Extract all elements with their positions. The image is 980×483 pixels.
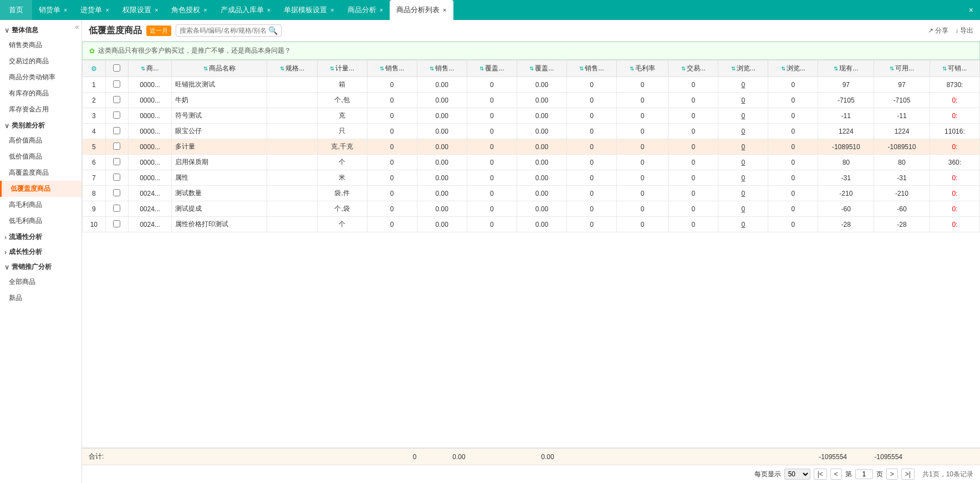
- table-row[interactable]: 3 0000... 符号测试 克 0 0.00 0 0.00 0 0 0 0 0…: [83, 108, 980, 124]
- sidebar-item-low-profit[interactable]: 低毛利商品: [0, 213, 81, 229]
- sidebar-item-traded-products[interactable]: 交易过的商品: [0, 53, 81, 69]
- nav-tab-roles[interactable]: 角色授权 ×: [165, 0, 213, 20]
- close-templates-icon[interactable]: ×: [330, 7, 334, 13]
- close-sales-icon[interactable]: ×: [64, 7, 67, 13]
- col-browse-b[interactable]: ⇅浏览...: [768, 60, 818, 77]
- col-trade[interactable]: ⇅交易...: [668, 60, 718, 77]
- sidebar-item-high-coverage[interactable]: 高覆盖度商品: [0, 165, 81, 181]
- cell-browse-a[interactable]: 0: [718, 155, 768, 170]
- col-name[interactable]: ⇅商品名称: [172, 60, 267, 77]
- col-sales-c[interactable]: ⇅销售...: [566, 60, 616, 77]
- cell-browse-a[interactable]: 0: [718, 201, 768, 217]
- sidebar-item-turnover-rate[interactable]: 商品分类动销率: [0, 69, 81, 85]
- col-current[interactable]: ⇅现有...: [818, 60, 874, 77]
- export-button[interactable]: ↓ 导出: [955, 26, 973, 35]
- cell-checkbox[interactable]: [105, 93, 128, 108]
- sidebar-section-growth[interactable]: › 成长性分析: [0, 244, 81, 259]
- cell-checkbox[interactable]: [105, 186, 128, 201]
- close-analysis-list-icon[interactable]: ×: [443, 7, 446, 13]
- table-row[interactable]: 7 0000... 属性 米 0 0.00 0 0.00 0 0 0 0 0 -…: [83, 170, 980, 186]
- sidebar-section-marketing[interactable]: ∨ 营销推广分析: [0, 259, 81, 274]
- sidebar-section-overall[interactable]: ∨ 整体信息: [0, 22, 81, 37]
- nav-tab-purchase[interactable]: 进货单 ×: [74, 0, 115, 20]
- col-code[interactable]: ⇅商...: [128, 60, 172, 77]
- col-sales-qty[interactable]: ⇅销售...: [367, 60, 417, 77]
- sidebar-item-high-profit[interactable]: 高毛利商品: [0, 197, 81, 213]
- sidebar-item-all-products[interactable]: 全部商品: [0, 274, 81, 290]
- cell-browse-a[interactable]: 0: [718, 124, 768, 139]
- share-button[interactable]: ↗ 分享: [928, 26, 948, 35]
- cell-checkbox[interactable]: [105, 155, 128, 170]
- table-row[interactable]: 5 0000... 多计量 克,千克 0 0.00 0 0.00 0 0 0 0…: [83, 139, 980, 155]
- table-row[interactable]: 8 0024... 测试数量 袋,件 0 0.00 0 0.00 0 0 0 0…: [83, 186, 980, 201]
- prev-page-button[interactable]: <: [830, 469, 842, 480]
- row-checkbox[interactable]: [113, 111, 120, 119]
- sidebar-item-in-stock[interactable]: 有库存的商品: [0, 85, 81, 101]
- close-roles-icon[interactable]: ×: [203, 7, 207, 13]
- nav-tab-analysis-list[interactable]: 商品分析列表 ×: [390, 0, 453, 20]
- sidebar-section-value[interactable]: ∨ 类别差分析: [0, 118, 81, 133]
- sidebar-item-low-coverage[interactable]: 低覆盖度商品: [0, 181, 81, 197]
- cell-checkbox[interactable]: [105, 139, 128, 155]
- cell-browse-a[interactable]: 0: [718, 108, 768, 124]
- col-available[interactable]: ⇅可用...: [874, 60, 930, 77]
- nav-tab-templates[interactable]: 单据模板设置 ×: [277, 0, 340, 20]
- sidebar-item-new-products[interactable]: 新品: [0, 290, 81, 306]
- row-checkbox[interactable]: [113, 189, 120, 196]
- cell-checkbox[interactable]: [105, 124, 128, 139]
- settings-icon[interactable]: ⚙: [91, 65, 97, 73]
- row-checkbox[interactable]: [113, 174, 120, 181]
- col-coverage-b[interactable]: ⇅覆盖...: [517, 60, 566, 77]
- row-checkbox[interactable]: [113, 143, 120, 150]
- cell-checkbox[interactable]: [105, 77, 128, 93]
- cell-browse-a[interactable]: 0: [718, 170, 768, 186]
- sidebar-item-capital-ratio[interactable]: 库存资金占用: [0, 101, 81, 118]
- col-sellable[interactable]: ⇅可销...: [930, 60, 979, 77]
- row-checkbox[interactable]: [113, 96, 120, 103]
- col-spec[interactable]: ⇅规格...: [267, 60, 317, 77]
- table-row[interactable]: 10 0024... 属性价格打印测试 个 0 0.00 0 0.00 0 0 …: [83, 217, 980, 232]
- nav-tab-analysis[interactable]: 商品分析 ×: [341, 0, 390, 20]
- page-input[interactable]: [855, 469, 873, 479]
- cell-browse-a[interactable]: 0: [718, 77, 768, 93]
- close-permissions-icon[interactable]: ×: [155, 7, 158, 13]
- cell-checkbox[interactable]: [105, 201, 128, 217]
- cell-browse-a[interactable]: 0: [718, 186, 768, 201]
- col-coverage-a[interactable]: ⇅覆盖...: [467, 60, 517, 77]
- row-checkbox[interactable]: [113, 158, 120, 165]
- nav-tab-products[interactable]: 产成品入库单 ×: [214, 0, 277, 20]
- cell-checkbox[interactable]: [105, 108, 128, 124]
- nav-tab-home[interactable]: 首页: [0, 0, 32, 20]
- cell-checkbox[interactable]: [105, 217, 128, 232]
- sidebar-section-flow[interactable]: › 流通性分析: [0, 229, 81, 244]
- per-page-select[interactable]: 50 20 100 200: [784, 469, 810, 480]
- last-page-button[interactable]: >|: [901, 469, 915, 480]
- next-page-button[interactable]: >: [886, 469, 898, 480]
- col-gross-rate[interactable]: ⇅毛利率: [617, 60, 668, 77]
- close-analysis-icon[interactable]: ×: [380, 7, 383, 13]
- nav-tab-permissions[interactable]: 权限设置 ×: [116, 0, 165, 20]
- table-row[interactable]: 4 0000... 眼宝公仔 只 0 0.00 0 0.00 0 0 0 0 0…: [83, 124, 980, 139]
- col-unit[interactable]: ⇅计量...: [317, 60, 367, 77]
- search-icon[interactable]: 🔍: [268, 26, 278, 35]
- table-row[interactable]: 1 0000... 旺铺批次测试 箱 0 0.00 0 0.00 0 0 0 0…: [83, 77, 980, 93]
- col-sales-amt[interactable]: ⇅销售...: [417, 60, 467, 77]
- sidebar-item-sales-products[interactable]: 销售类商品: [0, 37, 81, 53]
- row-checkbox[interactable]: [113, 127, 120, 134]
- row-checkbox[interactable]: [113, 80, 120, 88]
- close-products-icon[interactable]: ×: [267, 7, 270, 13]
- search-input[interactable]: [180, 27, 268, 34]
- close-all-button[interactable]: ×: [967, 3, 976, 17]
- cell-browse-a[interactable]: 0: [718, 217, 768, 232]
- table-row[interactable]: 2 0000... 牛奶 个,包 0 0.00 0 0.00 0 0 0 0 0…: [83, 93, 980, 108]
- time-badge[interactable]: 近一月: [146, 26, 171, 36]
- table-row[interactable]: 9 0024... 测试提成 个,袋 0 0.00 0 0.00 0 0 0 0…: [83, 201, 980, 217]
- table-container[interactable]: ⚙ ⇅商... ⇅商品名称 ⇅规格... ⇅计量... ⇅销售... ⇅销售..…: [82, 60, 980, 448]
- sidebar-item-high-value[interactable]: 高价值商品: [0, 133, 81, 149]
- cell-browse-a[interactable]: 0: [718, 139, 768, 155]
- cell-checkbox[interactable]: [105, 170, 128, 186]
- close-purchase-icon[interactable]: ×: [105, 7, 109, 13]
- cell-browse-a[interactable]: 0: [718, 93, 768, 108]
- row-checkbox[interactable]: [113, 220, 120, 227]
- col-browse-a[interactable]: ⇅浏览...: [718, 60, 768, 77]
